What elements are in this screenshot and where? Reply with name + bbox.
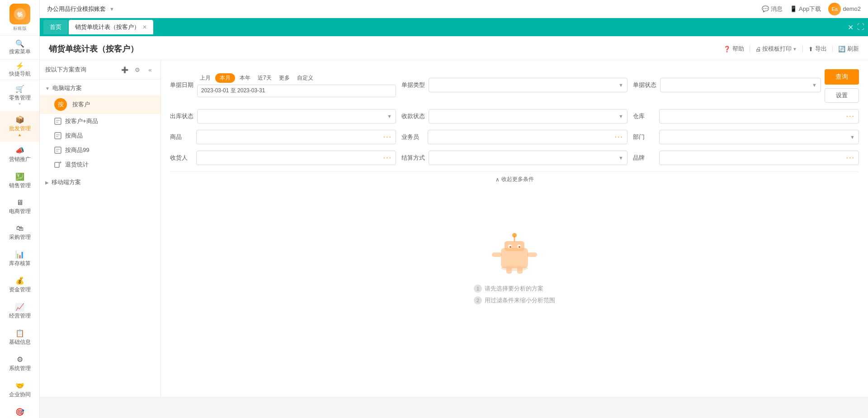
- scheme-collapse-button[interactable]: «: [145, 65, 155, 75]
- svg-rect-11: [55, 162, 59, 167]
- sidebar-item-retail-label: 零售管理: [9, 94, 31, 102]
- warehouse-select[interactable]: ···: [659, 109, 859, 124]
- page-title: 销货单统计表（按客户）: [49, 43, 138, 54]
- help-button[interactable]: ❓ 帮助: [723, 45, 744, 53]
- sidebar-item-collab[interactable]: 🤝 企业协同: [0, 377, 39, 403]
- salesperson-dots: ···: [615, 133, 623, 141]
- warehouse-dots: ···: [846, 112, 855, 120]
- scheme-group-mobile-header[interactable]: ▶ 移动端方案: [40, 176, 160, 189]
- topbar-left: 办公用品行业模拟账套 ▼: [47, 5, 114, 13]
- settlement-select[interactable]: ▼: [429, 151, 627, 165]
- export-button[interactable]: ⬆ 导出: [808, 45, 827, 53]
- divider-3: [832, 46, 833, 52]
- svg-point-19: [509, 246, 511, 248]
- sidebar-logo: 畅 标账版: [0, 0, 39, 36]
- tab-expand-button[interactable]: ⛶: [857, 23, 864, 31]
- date-range-display[interactable]: 2023-03-01 至 2023-03-31: [197, 85, 396, 97]
- filter-panel: 单据日期 上月 本月 本年 近7天 更多 自定义 20: [161, 60, 868, 397]
- shortcut-this-month[interactable]: 本月: [215, 73, 235, 83]
- scheme-item-by-customer[interactable]: 按 按客户: [40, 95, 160, 114]
- print-template-button[interactable]: 🖨 按模板打印 ▼: [755, 45, 797, 53]
- order-type-select[interactable]: ▼: [429, 78, 627, 92]
- collapse-arrow: ∧: [495, 176, 500, 183]
- sidebar-item-ecommerce[interactable]: 🖥 电商管理: [0, 194, 39, 220]
- payment-status-label: 收款状态: [401, 112, 425, 120]
- sidebar-item-inventory[interactable]: 📊 库存核算: [0, 246, 39, 272]
- sidebar-item-system[interactable]: ⚙ 系统管理: [0, 351, 39, 377]
- tab-sales-stats[interactable]: 销货单统计表（按客户） ✕: [69, 20, 153, 34]
- tab-home[interactable]: 首页: [43, 20, 68, 34]
- date-label: 单据日期: [170, 81, 193, 89]
- brand-select[interactable]: ···: [659, 151, 859, 165]
- customer-goods-icon: [54, 118, 61, 125]
- svg-rect-24: [527, 252, 537, 257]
- filter-item-warehouse: 仓库 ···: [633, 109, 859, 124]
- tab-close-all-button[interactable]: ✕: [848, 23, 854, 32]
- scheme-add-button[interactable]: ➕: [120, 65, 130, 75]
- topbar-dropdown-icon[interactable]: ▼: [109, 6, 114, 12]
- purchase-icon: 🛍: [16, 224, 24, 233]
- shortcut-custom[interactable]: 自定义: [294, 73, 316, 83]
- sidebar-nav-shortcuts[interactable]: ⚡ 快捷导航: [0, 60, 39, 80]
- goods99-icon: [54, 147, 61, 154]
- order-status-select[interactable]: ▼: [660, 78, 821, 92]
- sidebar: 畅 标账版 🔍 搜索菜单 ⚡ 快捷导航 🛒 零售管理 ▼ 📦 批发管理 ▲ 📣 …: [0, 0, 40, 418]
- tab-close-button[interactable]: ✕: [142, 24, 147, 30]
- home-tab-label: 首页: [50, 23, 61, 31]
- sidebar-item-operations[interactable]: 📈 经营管理: [0, 298, 39, 324]
- topbar-right: 💬 消息 📱 App下载 Ea demo2: [762, 3, 861, 15]
- ship-status-select[interactable]: ▼: [197, 109, 396, 124]
- sidebar-item-basic[interactable]: 📋 基础信息: [0, 324, 39, 351]
- receiver-select[interactable]: ···: [196, 151, 396, 165]
- scheme-group-desktop: ▼ 电脑端方案 按 按客户: [40, 80, 160, 174]
- shortcut-last-month[interactable]: 上月: [197, 73, 213, 83]
- filter-item-order-type: 单据类型 ▼: [401, 67, 627, 103]
- user-profile[interactable]: Ea demo2: [828, 3, 861, 15]
- sidebar-item-retail[interactable]: 🛒 零售管理 ▼: [0, 80, 39, 111]
- svg-rect-8: [55, 147, 61, 153]
- shortcut-last-7[interactable]: 近7天: [255, 73, 274, 83]
- empty-tip-2: 2 用过滤条件来缩小分析范围: [474, 296, 555, 304]
- goods-select[interactable]: ···: [196, 130, 396, 144]
- scheme-group-desktop-header[interactable]: ▼ 电脑端方案: [40, 81, 160, 95]
- shortcut-this-year[interactable]: 本年: [237, 73, 253, 83]
- department-select[interactable]: ▼: [659, 130, 859, 144]
- message-button[interactable]: 💬 消息: [762, 5, 783, 13]
- filter-item-ship-status: 出库状态 ▼: [170, 109, 396, 124]
- order-type-label: 单据类型: [401, 81, 425, 89]
- query-button[interactable]: 查询: [825, 69, 859, 85]
- sidebar-item-wholesale[interactable]: 📦 批发管理 ▲: [0, 111, 39, 142]
- scheme-item-by-goods99[interactable]: 按商品99: [40, 143, 160, 157]
- payment-status-select[interactable]: ▼: [429, 109, 627, 124]
- collapse-bar[interactable]: ∧ 收起更多条件: [170, 171, 859, 187]
- department-arrow: ▼: [850, 134, 855, 140]
- sidebar-item-system-label: 系统管理: [9, 365, 31, 372]
- sidebar-item-purchase[interactable]: 🛍 采购管理: [0, 220, 39, 246]
- scheme-item-by-customer-label: 按客户: [72, 100, 155, 109]
- salesperson-select[interactable]: ···: [428, 130, 627, 144]
- shortcut-more[interactable]: 更多: [276, 73, 292, 83]
- empty-tip-1: 1 请先选择要分析的方案: [474, 285, 555, 293]
- order-status-arrow: ▼: [812, 82, 817, 88]
- app-download-button[interactable]: 📱 App下载: [790, 5, 821, 13]
- sidebar-search[interactable]: 🔍 搜索菜单: [0, 36, 39, 60]
- query-action-group: 查询 设置: [825, 67, 859, 103]
- payment-status-arrow: ▼: [618, 114, 623, 119]
- scheme-item-by-goods[interactable]: 按商品: [40, 128, 160, 143]
- scheme-item-return-stats[interactable]: 退货统计: [40, 157, 160, 172]
- scheme-item-by-customer-goods[interactable]: 按客户+商品: [40, 114, 160, 128]
- settings-button[interactable]: 设置: [825, 88, 859, 103]
- svg-rect-26: [517, 267, 523, 274]
- sidebar-item-sales[interactable]: 💹 销售管理: [0, 168, 39, 194]
- sidebar-item-marketing[interactable]: 📣 营销推广: [0, 142, 39, 168]
- sidebar-item-guide[interactable]: 🎯 新手引导: [0, 403, 39, 418]
- svg-rect-25: [506, 267, 512, 274]
- sidebar-item-finance[interactable]: 💰 资金管理: [0, 272, 39, 298]
- tabbar-actions: ✕ ⛶: [848, 23, 864, 32]
- desktop-group-label: 电脑端方案: [52, 84, 82, 92]
- filter-item-settlement: 结算方式 ▼: [401, 151, 627, 165]
- refresh-button[interactable]: 🔄 刷新: [838, 45, 859, 53]
- scheme-settings-button[interactable]: ⚙: [132, 65, 142, 75]
- filter-item-date: 单据日期 上月 本月 本年 近7天 更多 自定义 20: [170, 67, 396, 103]
- desktop-group-triangle: ▼: [45, 86, 50, 91]
